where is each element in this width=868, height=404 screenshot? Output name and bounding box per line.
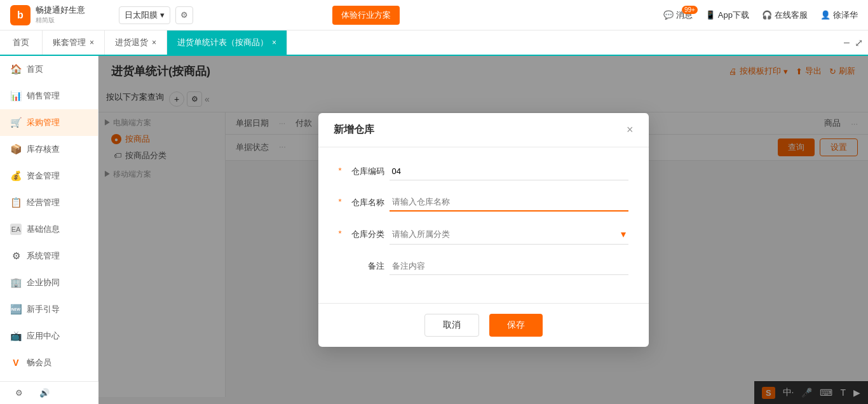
modal-close-button[interactable]: × [627,123,634,137]
app-download-item[interactable]: 📱 App下载 [705,10,749,21]
purchase-return-tab-label: 进货退货 [115,37,148,48]
vip-icon: V [10,357,22,368]
logo-text: 畅捷通好生意 [36,5,85,16]
phone-icon: 📱 [705,10,715,20]
tab-home[interactable]: 首页 [0,30,43,55]
category-select[interactable]: ▾ [390,224,628,245]
cancel-button[interactable]: 取消 [424,314,479,337]
tab-accounts[interactable]: 账套管理 × [43,30,105,55]
sidebar-label-enterprise: 企业协同 [27,277,60,288]
purchase-return-tab-close[interactable]: × [152,38,156,47]
sidebar-item-system[interactable]: ⚙ 系统管理 [0,243,98,269]
finance-icon: 💰 [10,170,22,182]
sidebar-item-guide[interactable]: 🆕 新手引导 [0,296,98,323]
accounts-tab-label: 账套管理 [53,37,86,48]
form-row-code: 仓库编码 [339,163,628,180]
sidebar-item-enterprise[interactable]: 🏢 企业协同 [0,269,98,296]
sidebar-item-purchase[interactable]: 🛒 采购管理 [0,109,98,136]
user-name: 徐泽华 [833,10,858,21]
category-label: 仓库分类 [339,229,390,240]
accounts-tab-close[interactable]: × [90,38,94,47]
speaker-icon[interactable]: 🔊 [36,384,53,402]
tab-purchase-stats[interactable]: 进货单统计表（按商品） × [167,30,287,55]
sidebar-item-sales[interactable]: 📊 销售管理 [0,83,98,109]
apps-icon: 📺 [10,330,22,342]
gear-button[interactable]: ⚙ [175,6,193,24]
logo-area: b 畅捷通好生意 精简版 [10,5,109,25]
category-input[interactable] [392,229,618,239]
messages-item[interactable]: 💬 消息 99+ [663,10,693,21]
sidebar-bottom-bar: ⚙ 🔊 [0,381,98,404]
main-layout: 🏠 首页 📊 销售管理 🛒 采购管理 📦 库存核查 💰 资金管理 📋 经营管理 … [0,56,868,404]
code-label: 仓库编码 [339,166,390,177]
basics-icon: EA [10,224,22,235]
header-search: 日太阳膜 ▾ ⚙ [119,6,322,24]
sidebar-item-basics[interactable]: EA 基础信息 [0,216,98,243]
modal-overlay: 新增仓库 × 仓库编码 仓库名称 仓库分类 [98,56,868,404]
search-dropdown[interactable]: 日太阳膜 ▾ [119,6,170,24]
app-download-label: App下载 [718,10,749,21]
sidebar-item-vip[interactable]: V 畅会员 [0,349,98,376]
form-row-category: 仓库分类 ▾ [339,224,628,245]
modal-new-warehouse: 新增仓库 × 仓库编码 仓库名称 仓库分类 [318,113,649,347]
sidebar-item-operations[interactable]: 📋 经营管理 [0,189,98,216]
tab-expand-button[interactable]: ⤢ [855,37,863,49]
sidebar-item-inventory[interactable]: 📦 库存核查 [0,136,98,163]
sidebar-item-apps[interactable]: 📺 应用中心 [0,323,98,349]
tab-bar-actions: – ⤢ [839,30,868,55]
name-input[interactable] [390,193,628,212]
sidebar-label-inventory: 库存核查 [27,144,60,155]
code-input[interactable] [390,163,628,180]
note-input[interactable] [390,257,628,275]
sidebar-label-basics: 基础信息 [27,224,60,235]
sidebar-label-finance: 资金管理 [27,170,60,182]
sidebar-label-apps: 应用中心 [27,330,60,342]
top-header: b 畅捷通好生意 精简版 日太阳膜 ▾ ⚙ 体验行业方案 💬 消息 99+ 📱 … [0,0,868,30]
modal-title: 新增仓库 [334,123,374,137]
sidebar-label-purchase: 采购管理 [27,117,60,128]
sidebar-label-guide: 新手引导 [27,304,60,315]
sidebar-item-finance[interactable]: 💰 资金管理 [0,163,98,189]
purchase-icon: 🛒 [10,117,22,128]
sidebar-label-sales: 销售管理 [27,90,60,102]
save-button[interactable]: 保存 [489,314,543,337]
operations-icon: 📋 [10,197,22,208]
chevron-down-icon: ▾ [160,10,165,20]
home-icon: 🏠 [10,64,22,75]
content-area: 进货单统计(按商品) 🖨 按模板打印 ▾ ⬆ 导出 ↻ 刷新 按以下方案查询 [98,56,868,404]
message-badge: 99+ [682,6,698,14]
home-tab-label: 首页 [13,37,29,48]
modal-header: 新增仓库 × [318,113,649,147]
system-icon: ⚙ [10,250,22,262]
tab-bar: 首页 账套管理 × 进货退货 × 进货单统计表（按商品） × – ⤢ [0,30,868,56]
category-chevron-icon: ▾ [621,228,626,240]
sales-icon: 📊 [10,90,22,102]
name-label: 仓库名称 [339,197,390,208]
form-row-note: 备注 [339,257,628,275]
tab-purchase-return[interactable]: 进货退货 × [105,30,167,55]
form-row-name: 仓库名称 [339,193,628,212]
message-icon: 💬 [663,10,674,20]
note-label: 备注 [339,260,390,272]
enterprise-icon: 🏢 [10,277,22,288]
sidebar: 🏠 首页 📊 销售管理 🛒 采购管理 📦 库存核查 💰 资金管理 📋 经营管理 … [0,56,98,404]
settings-bottom-icon[interactable]: ⚙ [10,384,28,402]
sidebar-label-operations: 经营管理 [27,197,60,208]
modal-footer: 取消 保存 [318,303,649,347]
sidebar-label-system: 系统管理 [27,250,60,262]
sidebar-item-home[interactable]: 🏠 首页 [0,56,98,83]
inventory-icon: 📦 [10,144,22,155]
trial-button[interactable]: 体验行业方案 [332,6,400,25]
search-value: 日太阳膜 [125,10,158,21]
online-service-item[interactable]: 🎧 在线客服 [762,10,808,21]
purchase-stats-tab-label: 进货单统计表（按商品） [177,37,268,48]
logo-icon: b [10,5,31,25]
purchase-stats-tab-close[interactable]: × [272,38,276,47]
guide-icon: 🆕 [10,304,22,315]
sidebar-label-vip: 畅会员 [27,357,51,368]
header-right: 💬 消息 99+ 📱 App下载 🎧 在线客服 👤 徐泽华 [663,10,858,21]
user-icon: 👤 [820,10,831,20]
user-item[interactable]: 👤 徐泽华 [820,10,858,21]
tab-minimize-button[interactable]: – [844,37,850,48]
sidebar-label-home: 首页 [27,64,43,75]
